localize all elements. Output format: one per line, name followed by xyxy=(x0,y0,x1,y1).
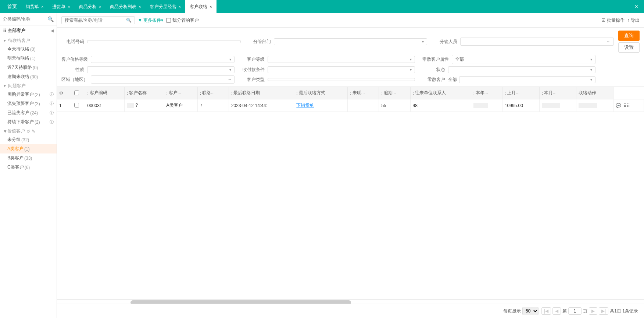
col-this-month[interactable]: : 本月... xyxy=(539,87,576,99)
sidebar-item-class-a[interactable]: A类客户 (1) xyxy=(0,144,57,153)
close-sales-order-icon[interactable]: × xyxy=(41,4,43,9)
problem-customers-group[interactable]: ▼ 问题客户 xyxy=(0,81,57,90)
sidebar-item-class-b[interactable]: B类客户 (33) xyxy=(0,153,57,163)
qr-icon[interactable]: ⠿⠿ xyxy=(623,103,630,108)
first-page-button[interactable]: |◀ xyxy=(541,307,551,315)
refresh-icon[interactable]: ↺ xyxy=(26,129,30,134)
sidebar-item-hoarding-anomaly[interactable]: 囤购异常客户 (2) ⓘ xyxy=(0,90,57,99)
export-button[interactable]: ↑ 导出 xyxy=(627,17,640,24)
query-button[interactable]: 查询 xyxy=(618,31,640,41)
col-last-month[interactable]: : 上月... xyxy=(502,87,539,99)
retail-attr-select[interactable]: 全部 ▾ xyxy=(452,55,595,64)
next-page-button[interactable]: ▶ xyxy=(589,307,597,315)
col-this-year[interactable]: : 本年... xyxy=(471,87,502,99)
pending-contact-group[interactable]: ▼ 待联络客户 xyxy=(0,36,57,45)
main-search-input[interactable] xyxy=(65,18,126,23)
chat-icon[interactable]: 💬 xyxy=(616,103,621,108)
sidebar-item-7days-pending[interactable]: 近7天待联络 (0) xyxy=(0,63,57,72)
col-no-contact[interactable]: : 未联... xyxy=(348,87,379,99)
dept-select[interactable]: ▾ xyxy=(274,38,427,45)
batch-ops-button[interactable]: ☑ 批量操作 xyxy=(601,17,624,24)
customer-type-input[interactable] xyxy=(268,78,415,81)
region-input[interactable]: ··· xyxy=(91,75,235,84)
nature-arrow: ▾ xyxy=(229,68,231,72)
close-product-analysis-icon[interactable]: × xyxy=(99,4,101,9)
tab-customer-contact[interactable]: 客户联络 × xyxy=(185,0,216,13)
sidebar-item-class-c[interactable]: C类客户 (6) xyxy=(0,163,57,172)
cell-last-method[interactable]: 下销货单 xyxy=(294,99,348,112)
col-customer-name[interactable]: : 客户名称 xyxy=(125,87,164,99)
cell-this-month xyxy=(576,99,613,112)
edit-icon[interactable]: ✎ xyxy=(32,129,35,134)
close-all-button[interactable]: × xyxy=(632,3,641,10)
price-level-select[interactable]: ▾ xyxy=(91,56,235,63)
tab-sales-order[interactable]: 销货单 × xyxy=(21,0,48,13)
phone-filter: 电话号码 xyxy=(61,39,241,45)
cell-name: ? xyxy=(125,99,164,112)
tab-customer-segment[interactable]: 客户分层经营 × xyxy=(146,0,185,13)
horizontal-scrollbar[interactable] xyxy=(57,299,644,304)
sidebar-item-tomorrow-pending[interactable]: 明天待联络 (1) xyxy=(0,54,57,63)
col-last-month-sort: : xyxy=(505,91,506,96)
close-purchase-order-icon[interactable]: × xyxy=(68,4,70,9)
col-last-contact-method[interactable]: : 最后联络方式 xyxy=(294,87,348,99)
col-last-contact-date[interactable]: : 最后联络日期 xyxy=(229,87,294,99)
select-all-checkbox[interactable] xyxy=(74,91,79,95)
last-method-link[interactable]: 下销货单 xyxy=(296,103,314,108)
all-customers-header[interactable]: ⠿ 全部客户 ◀ xyxy=(0,25,57,36)
close-product-list-icon[interactable]: × xyxy=(139,4,141,9)
manager-input[interactable]: ··· xyxy=(460,38,614,46)
retail-customer-value: 全部 xyxy=(448,77,457,83)
col-overdue[interactable]: : 逾期... xyxy=(379,87,410,99)
payment-select[interactable]: ▾ xyxy=(268,66,415,73)
customer-level-arrow: ▾ xyxy=(410,57,412,61)
settings-button[interactable]: 设置 xyxy=(618,42,640,53)
more-filters-button[interactable]: ▼ 更多条件 ▾ xyxy=(138,17,163,24)
my-customers-checkbox-area[interactable]: 我分管的客户 xyxy=(166,17,199,24)
close-customer-segment-icon[interactable]: × xyxy=(179,4,181,9)
col-checkbox[interactable] xyxy=(72,87,85,99)
contact-person-block xyxy=(473,103,488,108)
price-level-filter: 客户价格等级 ▾ xyxy=(61,56,235,63)
price-level-arrow: ▾ xyxy=(229,57,231,61)
tab-product-analysis-list[interactable]: 商品分析列表 × xyxy=(105,0,145,13)
phone-label: 电话号码 xyxy=(61,39,87,45)
col-customer-type[interactable]: : 客户... xyxy=(164,87,197,99)
advanced-filters-panel: 电话号码 分管部门 ▾ 分管人员 ··· xyxy=(57,28,644,87)
phone-input[interactable] xyxy=(87,40,241,43)
close-customer-contact-icon[interactable]: × xyxy=(210,4,212,9)
sidebar-item-declining[interactable]: 持续下滑客户 (2) ⓘ xyxy=(0,117,57,127)
sidebar-item-churn-warning[interactable]: 流失预警客户 (3) ⓘ xyxy=(0,99,57,108)
main-search-icon[interactable]: 🔍 xyxy=(126,18,132,23)
tab-product-analysis[interactable]: 商品分析 × xyxy=(75,0,105,13)
col-contact-person[interactable]: : 往来单位联系人 xyxy=(410,87,471,99)
prev-page-button[interactable]: ◀ xyxy=(552,307,561,315)
sidebar-search-icon[interactable]: 🔍 xyxy=(47,16,54,22)
sidebar-item-ungrouped[interactable]: 未分组 (32) xyxy=(0,135,57,144)
status-select[interactable]: ▾ xyxy=(448,66,595,73)
col-customer-code[interactable]: : 客户编码 xyxy=(85,87,125,99)
page-number-input[interactable] xyxy=(568,307,582,315)
sidebar-item-overdue-contact[interactable]: 逾期未联络 (30) xyxy=(0,72,57,81)
nature-select[interactable]: ▾ xyxy=(87,66,235,73)
col-contact-count[interactable]: : 联络... xyxy=(197,87,229,99)
customer-level-label: 客户等级 xyxy=(242,56,268,63)
retail-customer-select[interactable]: ▾ xyxy=(459,76,595,83)
sidebar-item-churned[interactable]: 已流失客户 (24) ⓘ xyxy=(0,108,57,117)
last-page-button[interactable]: ▶| xyxy=(599,307,608,315)
dept-label: 分管部门 xyxy=(248,39,274,45)
sidebar-search-input[interactable] xyxy=(3,17,47,22)
col-settings[interactable]: ⚙ xyxy=(57,87,72,99)
customer-level-select[interactable]: ▾ xyxy=(268,56,415,63)
tab-purchase-order[interactable]: 进货单 × xyxy=(48,0,74,13)
sidebar-item-today-pending[interactable]: 今天待联络 (0) xyxy=(0,45,57,54)
retail-attr-filter: 零散客户属性 全部 ▾ xyxy=(422,55,595,64)
my-customers-checkbox[interactable] xyxy=(166,18,171,23)
row-checkbox[interactable] xyxy=(74,103,79,107)
cell-overdue: 55 xyxy=(379,99,410,112)
home-tab[interactable]: 首页 xyxy=(3,3,21,10)
pagination-bar: 每页显示 50 |◀ ◀ 第 页 ▶ ▶| 共1页 1条记录 xyxy=(57,304,644,318)
cell-checkbox[interactable] xyxy=(72,99,85,112)
page-size-select[interactable]: 50 xyxy=(522,307,539,315)
info-icon-hoarding: ⓘ xyxy=(50,92,54,97)
